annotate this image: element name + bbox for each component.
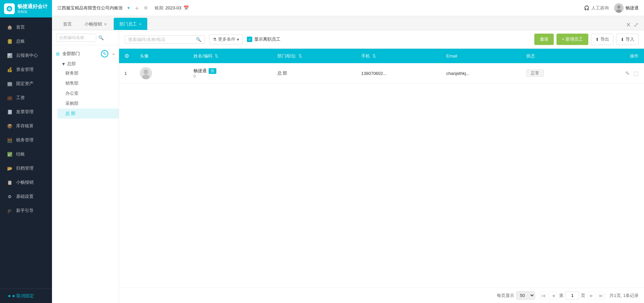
import-icon: ⬇ xyxy=(621,37,624,42)
employee-search-input[interactable] xyxy=(128,37,194,42)
prev-page-button[interactable]: ◀ xyxy=(549,292,557,300)
sidebar-label-settings: 基础设置 xyxy=(16,193,34,200)
sidebar-item-salary[interactable]: 💼 工资 xyxy=(0,91,52,105)
dept-search-input[interactable] xyxy=(56,34,96,42)
sidebar-item-invoice[interactable]: 🧾 发票管理 xyxy=(0,105,52,119)
sidebar-item-reports[interactable]: 📊 云报表中心 xyxy=(0,48,52,62)
user-button[interactable]: 畅捷通 xyxy=(614,3,639,13)
logout-employee-button[interactable]: ⬚ xyxy=(634,70,639,77)
company-dropdown-icon[interactable]: ▾ xyxy=(127,5,130,10)
sidebar-item-archive[interactable]: 📂 归档管理 xyxy=(0,161,52,175)
col-name[interactable]: 姓名/编码 ⇅ xyxy=(188,49,272,63)
import-button[interactable]: ⬇ 导入 xyxy=(616,34,639,45)
col-email: Email xyxy=(441,49,521,63)
sidebar-item-capital[interactable]: 💰 资金管理 xyxy=(0,62,52,77)
dept-edit-button[interactable]: ✎ xyxy=(101,50,108,57)
first-page-button[interactable]: |◀ xyxy=(539,292,547,300)
export-button[interactable]: ⬆ 导出 xyxy=(591,34,613,45)
sidebar-label-home: 首页 xyxy=(16,24,25,30)
tab-home-label: 首页 xyxy=(63,21,72,27)
add-employee-button[interactable]: + 新增员工 xyxy=(556,34,588,45)
tab-bar: 首页 小畅报销 × 部门员工 × ✕ ⤢ xyxy=(52,16,644,30)
dept-node-purchasing[interactable]: 采购部 xyxy=(57,98,119,109)
employee-search-icon[interactable]: 🔍 xyxy=(196,37,201,42)
dept-node-general[interactable]: 总 部 xyxy=(57,109,119,119)
headset-icon: 🎧 xyxy=(584,5,589,10)
sidebar-label-inventory: 库存核算 xyxy=(16,123,34,129)
sidebar-label-invoice: 发票管理 xyxy=(16,109,34,115)
topbar: 江西服宝精品有限责任公司内账张 ▾ ＋ ⚙ 账期 2023-03 📅 🎧 人工咨… xyxy=(52,0,644,16)
sidebar-item-home[interactable]: 🏠 首页 xyxy=(0,20,52,34)
sidebar-logo[interactable]: 会 畅捷通好会计 旗舰版 xyxy=(0,0,52,17)
calendar-icon[interactable]: 📅 xyxy=(183,5,189,10)
edit-employee-button[interactable]: ✎ xyxy=(625,70,630,77)
add-company-icon[interactable]: ＋ xyxy=(134,4,140,12)
settings-icon[interactable]: ⚙ xyxy=(144,5,148,10)
table-gear-icon[interactable]: ⚙ xyxy=(124,53,129,59)
sidebar-item-tax[interactable]: 🧮 税务管理 xyxy=(0,133,52,147)
dept-node-sales[interactable]: 销售部 xyxy=(57,78,119,88)
employee-table-wrap: ⚙ 头像 姓名/编码 ⇅ 部门/职位 ⇅ 手机 ⇅ Email 状态 操作 xyxy=(119,49,644,288)
ledger-icon: 📒 xyxy=(7,38,13,44)
tab-xiaochang[interactable]: 小畅报销 × xyxy=(79,18,112,30)
tab-home[interactable]: 首页 xyxy=(57,18,77,30)
assets-icon: 🏢 xyxy=(7,81,13,87)
filter-button[interactable]: ⚗ 更多条件 ▾ xyxy=(209,34,243,44)
total-records-label: 共1页, 1条记录 xyxy=(609,293,639,299)
per-page-label: 每页显示 xyxy=(497,293,514,299)
svg-text:会: 会 xyxy=(7,7,11,10)
invite-button[interactable]: 邀请 xyxy=(534,34,554,45)
sidebar-item-settings[interactable]: ⚙ 基础设置 xyxy=(0,189,52,204)
tab-xiaochang-close[interactable]: × xyxy=(104,21,107,27)
tab-dept-employee[interactable]: 部门员工 × xyxy=(114,18,147,30)
home-icon: 🏠 xyxy=(7,24,13,30)
tab-dept-employee-close[interactable]: × xyxy=(139,21,142,27)
sidebar-item-checkout[interactable]: ✅ 结账 xyxy=(0,147,52,161)
all-dept-header[interactable]: ⊞ 全部部门 ✎ « xyxy=(52,48,119,59)
next-page-button[interactable]: ▶ xyxy=(587,292,595,300)
col-gear[interactable]: ⚙ xyxy=(119,49,135,63)
period-value[interactable]: 2023-03 xyxy=(165,5,181,10)
sidebar-item-assets[interactable]: 🏢 固定资产 xyxy=(0,77,52,91)
sidebar-item-xiaochang[interactable]: 📋 小畅报销 xyxy=(0,175,52,189)
checkout-icon: ✅ xyxy=(7,151,13,157)
row-action-area: ✎ ⬚ xyxy=(593,70,639,77)
dept-search-icon[interactable]: 🔍 xyxy=(98,35,104,40)
table-panel: 🔍 ⚗ 更多条件 ▾ ✓ 显示离职员工 邀请 + 新增员工 ⬆ 导出 xyxy=(119,30,644,303)
employee-table: ⚙ 头像 姓名/编码 ⇅ 部门/职位 ⇅ 手机 ⇅ Email 状态 操作 xyxy=(119,49,644,84)
sidebar-label-ledger: 总账 xyxy=(16,38,25,44)
dept-group-root: ▼ 总部 财务部 销售部 办公室 采购部 总 部 xyxy=(52,59,119,119)
dept-collapse-icon[interactable]: « xyxy=(112,51,115,56)
service-button[interactable]: 🎧 人工咨询 xyxy=(584,5,609,11)
per-page-area: 每页显示 50 10 20 100 xyxy=(497,291,535,300)
company-name[interactable]: 江西服宝精品有限责任公司内账张 xyxy=(57,5,123,11)
table-row: 1 畅捷通 部 0 总 部 138070602... chanjethkj...… xyxy=(119,63,644,84)
tab-close-all-icon[interactable]: ✕ xyxy=(626,21,631,29)
salary-icon: 💼 xyxy=(7,95,13,101)
filter-label: 更多条件 xyxy=(218,36,235,42)
filter-icon: ⚗ xyxy=(213,37,217,42)
sidebar-item-ledger[interactable]: 📒 总账 xyxy=(0,34,52,48)
col-actions: 操作 xyxy=(587,49,644,63)
row-avatar xyxy=(135,63,188,84)
avatar xyxy=(140,67,152,79)
table-action-buttons: 邀请 + 新增员工 ⬆ 导出 ⬇ 导入 xyxy=(534,34,639,45)
last-page-button[interactable]: ▶| xyxy=(597,292,605,300)
dept-root-label[interactable]: ▼ 总部 xyxy=(57,59,119,68)
page-input[interactable] xyxy=(566,292,579,300)
sidebar-item-inventory[interactable]: 📦 库存核算 xyxy=(0,119,52,133)
employee-search-box: 🔍 xyxy=(124,35,205,44)
tab-expand-icon[interactable]: ⤢ xyxy=(634,21,639,29)
sidebar-item-guide[interactable]: 🎓 新手引导 xyxy=(0,204,52,218)
svg-point-3 xyxy=(617,5,621,9)
col-phone[interactable]: 手机 ⇅ xyxy=(356,49,441,63)
per-page-select[interactable]: 50 10 20 100 xyxy=(516,291,535,300)
show-resigned-checkbox[interactable]: ✓ xyxy=(247,37,252,42)
show-resigned-toggle[interactable]: ✓ 显示离职员工 xyxy=(247,36,280,42)
archive-icon: 📂 xyxy=(7,165,13,171)
settings-icon: ⚙ xyxy=(7,193,13,200)
sidebar-cancel-pin[interactable]: ◄◄ 取消固定 xyxy=(0,289,52,303)
col-dept[interactable]: 部门/职位 ⇅ xyxy=(272,49,356,63)
dept-node-finance[interactable]: 财务部 xyxy=(57,68,119,78)
dept-node-office[interactable]: 办公室 xyxy=(57,88,119,98)
